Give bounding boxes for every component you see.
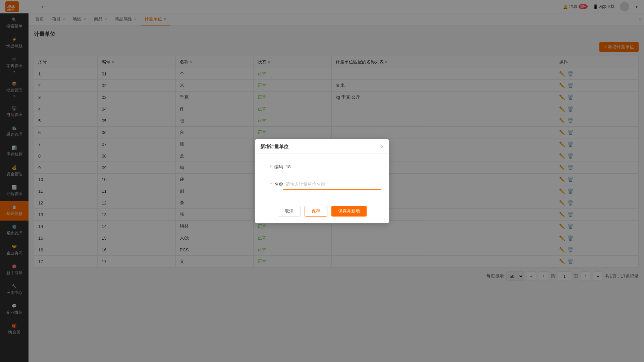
modal-title: 新增计量单位: [260, 144, 288, 150]
form-row-name: * 名称: [263, 179, 381, 190]
cancel-button[interactable]: 取消: [278, 206, 301, 217]
name-label: * 名称: [263, 181, 283, 187]
modal-body: * 编码 * 名称: [255, 154, 389, 202]
code-input[interactable]: [283, 162, 381, 172]
modal-footer: 取消 保存 保存并新增: [255, 202, 389, 223]
form-row-code: * 编码: [263, 162, 381, 172]
add-unit-modal: 新增计量单位 × * 编码 * 名称 取消 保存 保存并新增: [255, 139, 389, 223]
modal-close-btn[interactable]: ×: [381, 144, 384, 150]
save-and-new-button[interactable]: 保存并新增: [331, 206, 367, 217]
modal-header: 新增计量单位 ×: [255, 139, 389, 154]
modal-overlay: 新增计量单位 × * 编码 * 名称 取消 保存 保存并新增: [0, 0, 644, 362]
code-label: * 编码: [263, 164, 283, 170]
name-input[interactable]: [283, 179, 381, 190]
save-button[interactable]: 保存: [305, 206, 327, 217]
